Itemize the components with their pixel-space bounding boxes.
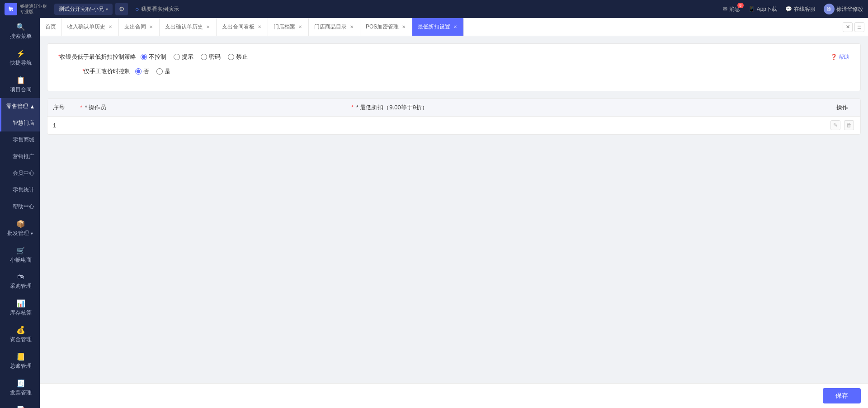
tab-store-products-close[interactable]: ✕ — [349, 24, 354, 30]
page-footer: 保存 — [40, 383, 868, 408]
col-header-discount: * * 最低折扣（9.00等于9折） — [346, 99, 824, 117]
radio-forbid[interactable]: 禁止 — [228, 53, 248, 61]
tab-payment-board-close[interactable]: ✕ — [257, 24, 262, 30]
cell-discount — [346, 117, 824, 134]
tab-pos-password[interactable]: POS加密管理 ✕ — [360, 18, 412, 36]
tab-payment-contract-close[interactable]: ✕ — [148, 24, 154, 30]
tab-bar-controls: ✕ ☰ — [839, 22, 868, 32]
tax-icon: 📑 — [16, 406, 25, 408]
user-info[interactable]: 徐 徐泽华修改 — [824, 4, 863, 14]
save-button[interactable]: 保存 — [823, 388, 861, 403]
manual-price-radio-group: 否 是 — [135, 67, 170, 75]
radio-password[interactable]: 密码 — [201, 53, 221, 61]
sidebar-item-fund-mgmt[interactable]: 💰 资金管理 — [0, 321, 40, 348]
tab-pos-password-close[interactable]: ✕ — [401, 24, 406, 30]
ledger-icon: 📒 — [16, 352, 25, 361]
topbar-right: ✉ 消息 8 📱 App下载 💬 在线客服 徐 徐泽华修改 — [723, 4, 863, 14]
sidebar-item-retail-mgmt[interactable]: 零售管理 ▲ — [0, 98, 40, 115]
sidebar: 🔍 搜索菜单 ⚡ 快捷导航 📋 项目合同 零售管理 ▲ 智慧门店 零售商城 营销… — [0, 18, 40, 408]
tab-income-confirm[interactable]: 收入确认单历史 ✕ — [62, 18, 119, 36]
tab-store-products[interactable]: 门店商品目录 ✕ — [309, 18, 360, 36]
message-badge: 8 — [737, 3, 744, 8]
control-policy-label: * 收银员低于最低折扣控制策略 — [58, 53, 136, 61]
sidebar-item-shortcut[interactable]: ⚡ 快捷导航 — [0, 45, 40, 71]
logo: 畅 畅捷通好业财 专业版 — [5, 3, 47, 15]
control-policy-row: * 收银员低于最低折扣控制策略 不控制 提示 — [58, 53, 849, 61]
online-service-button[interactable]: 💬 在线客服 — [785, 5, 816, 13]
cell-operator — [75, 117, 346, 134]
sidebar-item-retail-stats[interactable]: 零售统计 — [0, 182, 40, 198]
purchase-icon: 🛍 — [17, 273, 24, 281]
app-download-icon: 📱 — [748, 6, 755, 12]
sidebar-item-purchase-mgmt[interactable]: 🛍 采购管理 — [0, 268, 40, 295]
project-dropdown-arrow: ▾ — [106, 7, 108, 12]
radio-manual-yes[interactable]: 是 — [156, 67, 170, 75]
demo-icon: ○ — [135, 5, 139, 13]
shortcut-icon: ⚡ — [16, 49, 25, 58]
sidebar-item-help-center[interactable]: 帮助中心 — [0, 198, 40, 215]
tab-payment-confirm[interactable]: 支出确认单历史 ✕ — [160, 18, 217, 36]
demo-link[interactable]: ○ 我要看实例演示 — [135, 5, 179, 13]
sidebar-item-wholesale-mgmt[interactable]: 📦 批发管理 ▼ — [0, 215, 40, 242]
help-icon: ❓ — [830, 54, 837, 60]
radio-remind[interactable]: 提示 — [174, 53, 193, 61]
messages-button[interactable]: ✉ 消息 8 — [723, 5, 740, 13]
topbar-settings-button[interactable]: ⚙ — [115, 3, 128, 15]
content-area: 首页 收入确认单历史 ✕ 支出合同 ✕ 支出确认单历史 ✕ 支出合同看板 ✕ 门… — [40, 18, 868, 408]
cell-seq: 1 — [47, 117, 75, 134]
sidebar-item-retail-mall[interactable]: 零售商城 — [0, 131, 40, 148]
sidebar-item-project-contract[interactable]: 📋 项目合同 — [0, 71, 40, 98]
tab-close-all-button[interactable]: ✕ — [843, 22, 853, 32]
tab-store-file-close[interactable]: ✕ — [297, 24, 303, 30]
manual-price-row: * 仅手工改价时控制 否 是 — [58, 67, 849, 75]
col-header-seq: 序号 — [47, 99, 75, 117]
sidebar-item-invoice[interactable]: 🧾 发票管理 — [0, 375, 40, 401]
tab-bar: 首页 收入确认单历史 ✕ 支出合同 ✕ 支出确认单历史 ✕ 支出合同看板 ✕ 门… — [40, 18, 868, 36]
sidebar-item-search[interactable]: 🔍 搜索菜单 — [0, 18, 40, 45]
sidebar-item-marketing[interactable]: 营销推广 — [0, 148, 40, 165]
inventory-icon: 📊 — [16, 299, 25, 308]
message-icon: ✉ — [723, 6, 727, 12]
col-header-action: 操作 — [824, 99, 860, 117]
sidebar-item-ecommerce[interactable]: 🛒 小畅电商 — [0, 242, 40, 268]
service-icon: 💬 — [785, 6, 792, 12]
wholesale-arrow: ▼ — [30, 231, 34, 236]
col-header-operator: * * 操作员 — [75, 99, 346, 117]
wholesale-icon: 📦 — [16, 220, 25, 228]
invoice-icon: 🧾 — [16, 379, 25, 388]
tab-payment-confirm-close[interactable]: ✕ — [205, 24, 211, 30]
manual-price-label: * 仅手工改价时控制 — [58, 67, 131, 75]
discount-table: 序号 * * 操作员 * * 最低折扣（9.00等于9折） 操作 — [47, 99, 860, 134]
tab-income-confirm-close[interactable]: ✕ — [108, 24, 113, 30]
sidebar-item-smart-store[interactable]: 智慧门店 — [0, 115, 40, 131]
radio-manual-no[interactable]: 否 — [135, 67, 149, 75]
tab-menu-button[interactable]: ☰ — [854, 22, 864, 32]
control-policy-radio-group: 不控制 提示 密码 禁止 — [141, 53, 248, 61]
tab-store-file[interactable]: 门店档案 ✕ — [268, 18, 309, 36]
sidebar-item-ledger[interactable]: 📒 总账管理 — [0, 348, 40, 375]
sidebar-item-member-center[interactable]: 会员中心 — [0, 165, 40, 182]
sidebar-item-tax[interactable]: 📑 税务管理 — [0, 401, 40, 408]
main-layout: 🔍 搜索菜单 ⚡ 快捷导航 📋 项目合同 零售管理 ▲ 智慧门店 零售商城 营销… — [0, 18, 868, 408]
table-header-row: 序号 * * 操作员 * * 最低折扣（9.00等于9折） 操作 — [47, 99, 860, 117]
edit-row-button[interactable]: ✎ — [830, 120, 840, 130]
tab-payment-contract[interactable]: 支出合同 ✕ — [119, 18, 160, 36]
tab-min-discount-close[interactable]: ✕ — [453, 24, 458, 30]
radio-no-control[interactable]: 不控制 — [141, 53, 166, 61]
contract-icon: 📋 — [16, 76, 25, 84]
project-selector[interactable]: 测试分开完程-小兄 ▾ — [54, 4, 113, 15]
logo-text: 畅捷通好业财 专业版 — [20, 4, 47, 14]
tab-min-discount[interactable]: 最低折扣设置 ✕ — [412, 18, 464, 36]
page-content: * 收银员低于最低折扣控制策略 不控制 提示 — [40, 36, 868, 383]
topbar: 畅 畅捷通好业财 专业版 测试分开完程-小兄 ▾ ⚙ ○ 我要看实例演示 ✉ 消… — [0, 0, 868, 18]
cell-action: ✎ 🗑 — [824, 117, 860, 134]
tab-payment-board[interactable]: 支出合同看板 ✕ — [217, 18, 268, 36]
app-download-button[interactable]: 📱 App下载 — [748, 5, 777, 13]
discount-table-section: 序号 * * 操作员 * * 最低折扣（9.00等于9折） 操作 — [47, 98, 861, 135]
tab-home[interactable]: 首页 — [40, 18, 62, 36]
sidebar-item-inventory[interactable]: 📊 库存核算 — [0, 295, 40, 321]
table-row: 1 ✎ 🗑 — [47, 117, 860, 134]
logo-icon: 畅 — [5, 3, 17, 15]
delete-row-button[interactable]: 🗑 — [844, 120, 854, 130]
help-button[interactable]: ❓ 帮助 — [830, 53, 849, 61]
